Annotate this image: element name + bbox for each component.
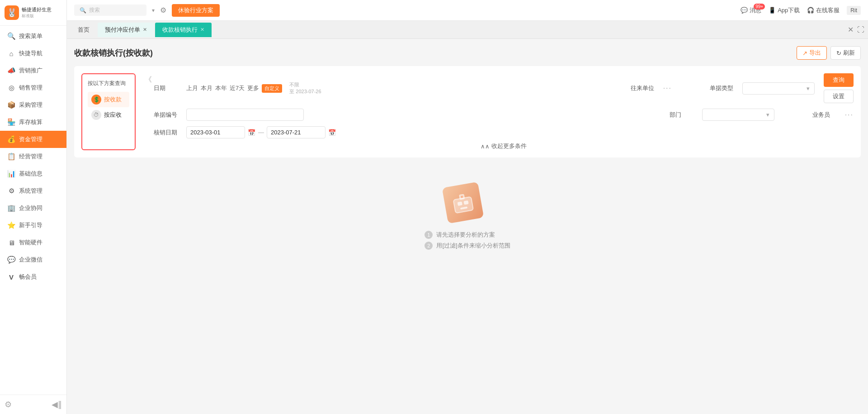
counterparty-label: 往来单位 bbox=[631, 84, 658, 92]
system-icon: ⚙ bbox=[7, 187, 15, 195]
user-badge[interactable]: Rit bbox=[847, 6, 861, 15]
service-btn[interactable]: 🎧 在线客服 bbox=[807, 6, 840, 14]
home-icon: ⌂ bbox=[7, 50, 15, 57]
counterparty-input[interactable]: ··· bbox=[663, 84, 672, 92]
date-custom[interactable]: 自定义 bbox=[262, 84, 282, 93]
marketing-icon: 📣 bbox=[7, 67, 15, 75]
dept-select[interactable]: ▾ bbox=[702, 109, 774, 121]
sidebar-item-system[interactable]: ⚙ 系统管理 bbox=[0, 182, 66, 200]
app-download-btn[interactable]: 📱 App下载 bbox=[769, 6, 800, 14]
verify-end-input[interactable] bbox=[267, 126, 326, 138]
search-box[interactable]: 🔍 搜索 bbox=[74, 5, 146, 16]
filter-method-title: 按以下方案查询 bbox=[88, 80, 129, 87]
receipt-icon: 💲 bbox=[91, 95, 101, 105]
filter-row-1: 日期 上月 本月 本年 近7天 更多 自定义 不限 至 2023-07-26 bbox=[154, 73, 854, 103]
topbar-chevron-icon[interactable]: ▾ bbox=[152, 7, 155, 14]
filter-method-selector: 按以下方案查询 💲 按收款 ⏱ 按应收 bbox=[81, 73, 136, 150]
filter-collapse-btn[interactable]: 《 bbox=[143, 73, 154, 86]
staff-label: 业务员 bbox=[812, 111, 840, 119]
sidebar-item-member[interactable]: V 畅会员 bbox=[0, 268, 66, 286]
service-icon: 🎧 bbox=[807, 7, 814, 14]
tab-prepay-close[interactable]: ✕ bbox=[143, 27, 147, 33]
tab-prepay[interactable]: 预付冲应付单 ✕ bbox=[98, 23, 154, 37]
export-btn[interactable]: ↗ 导出 bbox=[797, 46, 827, 60]
query-btn[interactable]: 查询 bbox=[824, 73, 854, 87]
sidebar-item-purchase[interactable]: 📦 采购管理 bbox=[0, 96, 66, 114]
tabs-actions: ✕ ⛶ bbox=[848, 25, 864, 34]
logo-area: 🐰 畅捷通好生意 标准版 bbox=[0, 0, 66, 26]
inventory-icon: 🏪 bbox=[7, 118, 15, 126]
export-icon: ↗ bbox=[802, 50, 807, 57]
sales-icon: ◎ bbox=[7, 84, 15, 92]
tab-maximize-btn[interactable]: ⛶ bbox=[857, 25, 864, 34]
verify-start-input[interactable] bbox=[186, 126, 245, 138]
date-last-7days[interactable]: 近7天 bbox=[230, 84, 245, 92]
purchase-icon: 📦 bbox=[7, 101, 15, 109]
filter-row-2: 单据编号 部门 ▾ 业务员 ··· bbox=[154, 109, 854, 121]
calendar-start-icon[interactable]: 📅 bbox=[248, 129, 255, 136]
sidebar-bottom: ⚙ ◀‖ bbox=[0, 395, 66, 414]
query-buttons: 查询 设置 bbox=[824, 73, 854, 103]
settings-bottom-icon[interactable]: ⚙ bbox=[5, 400, 12, 409]
staff-input[interactable]: ··· bbox=[845, 111, 854, 119]
sidebar-item-marketing[interactable]: 📣 营销推广 bbox=[0, 62, 66, 79]
topbar: 🔍 搜索 ▾ ⚙ 休验行业方案 💬 消息 99+ 📱 App下载 🎧 在线客服 … bbox=[67, 0, 868, 21]
main-area: 🔍 搜索 ▾ ⚙ 休验行业方案 💬 消息 99+ 📱 App下载 🎧 在线客服 … bbox=[67, 0, 868, 414]
sidebar-item-guide[interactable]: ⭐ 新手引导 bbox=[0, 217, 66, 234]
tab-close-window-btn[interactable]: ✕ bbox=[848, 25, 854, 34]
filter-rows: 日期 上月 本月 本年 近7天 更多 自定义 不限 至 2023-07-26 bbox=[154, 73, 854, 138]
msg-btn[interactable]: 💬 消息 99+ bbox=[741, 6, 761, 14]
hardware-icon: 🖥 bbox=[7, 239, 15, 247]
date-label: 日期 bbox=[154, 84, 181, 92]
msg-icon: 💬 bbox=[741, 7, 748, 14]
topbar-gear-icon[interactable]: ⚙ bbox=[160, 6, 166, 14]
empty-hint-2: 2 用[过滤]条件来缩小分析范围 bbox=[425, 242, 510, 250]
filter-by-receipt[interactable]: 💲 按收款 bbox=[88, 92, 129, 107]
collapse-more-btn[interactable]: ∧∧ 收起更多条件 bbox=[154, 138, 854, 150]
doc-type-select[interactable]: ▾ bbox=[742, 82, 815, 95]
refresh-btn[interactable]: ↻ 刷新 bbox=[830, 46, 861, 60]
sidebar-item-basics[interactable]: 📊 基础信息 bbox=[0, 165, 66, 182]
empty-cube-icon bbox=[442, 182, 484, 224]
enterprise-icon: 🏢 bbox=[7, 204, 15, 212]
sidebar-item-enterprise[interactable]: 🏢 企业协同 bbox=[0, 200, 66, 217]
sidebar-item-search[interactable]: 🔍 搜索菜单 bbox=[0, 28, 66, 45]
finance-icon: 💰 bbox=[7, 135, 15, 143]
industry-btn[interactable]: 休验行业方案 bbox=[172, 4, 220, 17]
calendar-end-icon[interactable]: 📅 bbox=[328, 129, 336, 136]
guide-icon: ⭐ bbox=[7, 221, 15, 229]
sidebar-item-sales[interactable]: ◎ 销售管理 bbox=[0, 79, 66, 96]
tab-receipt[interactable]: 收款核销执行 ✕ bbox=[155, 23, 212, 37]
date-more[interactable]: 更多 bbox=[247, 84, 259, 92]
date-this-month[interactable]: 本月 bbox=[201, 84, 212, 92]
dept-label: 部门 bbox=[670, 111, 697, 119]
date-shortcut-group: 上月 本月 本年 近7天 更多 自定义 bbox=[186, 84, 282, 93]
collapse-more-icon: ∧∧ bbox=[481, 143, 490, 150]
sidebar-item-wechat[interactable]: 💬 企业微信 bbox=[0, 251, 66, 268]
sidebar-item-hardware[interactable]: 🖥 智能硬件 bbox=[0, 234, 66, 251]
collapse-sidebar-icon[interactable]: ◀‖ bbox=[52, 400, 62, 409]
doc-no-input[interactable] bbox=[186, 109, 304, 121]
refresh-icon: ↻ bbox=[836, 50, 841, 57]
sidebar: 🐰 畅捷通好生意 标准版 🔍 搜索菜单 ⌂ 快捷导航 📣 营销推广 ◎ 销售管理… bbox=[0, 0, 67, 414]
filter-by-receivable[interactable]: ⏱ 按应收 bbox=[88, 107, 129, 123]
logo-icon: 🐰 bbox=[5, 5, 19, 20]
sidebar-item-finance[interactable]: 💰 资金管理 bbox=[0, 131, 66, 148]
date-last-month[interactable]: 上月 bbox=[186, 84, 198, 92]
content-area: 收款核销执行(按收款) ↗ 导出 ↻ 刷新 按以下方案查询 💲 按收款 bbox=[67, 39, 868, 414]
setting-btn[interactable]: 设置 bbox=[824, 90, 854, 103]
sidebar-item-operations[interactable]: 📋 经营管理 bbox=[0, 148, 66, 165]
date-this-year[interactable]: 本年 bbox=[215, 84, 227, 92]
topbar-right: 💬 消息 99+ 📱 App下载 🎧 在线客服 Rit bbox=[741, 6, 861, 15]
operations-icon: 📋 bbox=[7, 152, 15, 161]
receivable-icon: ⏱ bbox=[91, 110, 101, 120]
filter-panel: 按以下方案查询 💲 按收款 ⏱ 按应收 《 日期 bbox=[74, 66, 861, 157]
tab-receipt-close[interactable]: ✕ bbox=[200, 27, 204, 33]
hint-num-1: 1 bbox=[425, 231, 433, 239]
tab-home[interactable]: 首页 bbox=[71, 23, 97, 37]
search-icon-topbar: 🔍 bbox=[80, 7, 86, 14]
app-name: 畅捷通好生意 bbox=[22, 6, 52, 13]
sidebar-item-inventory[interactable]: 🏪 库存核算 bbox=[0, 114, 66, 131]
sidebar-item-quicknav[interactable]: ⌂ 快捷导航 bbox=[0, 45, 66, 62]
empty-hint-1: 1 请先选择要分析的方案 bbox=[425, 231, 510, 239]
